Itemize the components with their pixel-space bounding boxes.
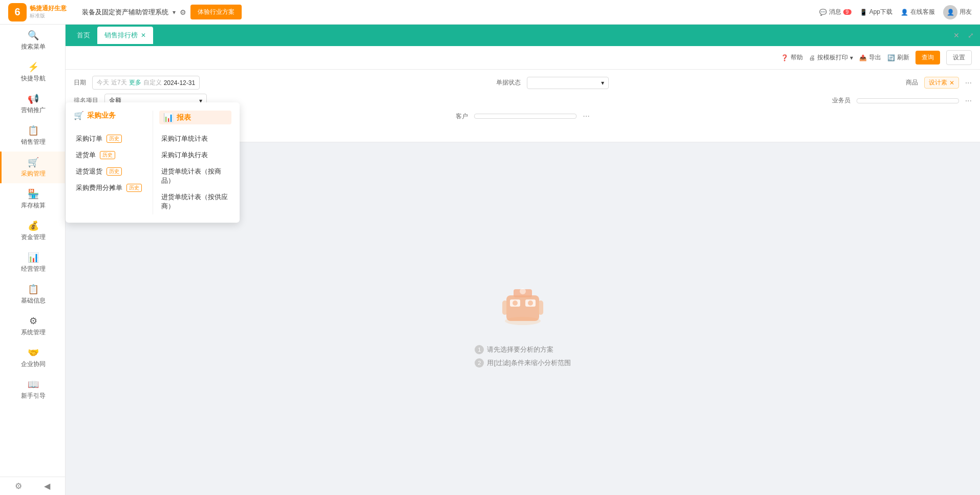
purchase-receipt-history-badge[interactable]: 历史 [100, 151, 115, 159]
toolbar: ❓ 帮助 🖨 按模板打印 ▾ 📤 导出 🔄 刷新 [66, 46, 980, 70]
sidebar-item-label: 基础信息 [21, 296, 46, 305]
purchase-order-exec-item[interactable]: 采购订单执行表 [159, 147, 232, 163]
salesperson-label: 业务员 [832, 96, 850, 105]
tab-close-icon[interactable]: ✕ [141, 32, 146, 39]
sales-icon: 📋 [28, 125, 39, 136]
sidebar-item-marketing[interactable]: 📢 营销推广 [0, 88, 65, 120]
salesperson-select[interactable] [857, 98, 959, 103]
receipt-stats-supplier-item[interactable]: 进货单统计表（按供应商） [159, 189, 232, 214]
message-button[interactable]: 💬 消息 9 [819, 8, 851, 16]
tab-home[interactable]: 首页 [70, 27, 97, 44]
svg-rect-8 [502, 300, 507, 315]
system-name: 装备及固定资产辅助管理系统 [82, 8, 168, 17]
settings-bottom-icon[interactable]: ⚙ [15, 481, 22, 491]
sidebar-item-label: 搜索菜单 [21, 42, 46, 51]
system-dropdown-icon[interactable]: ▾ [173, 9, 176, 16]
report-col: 📊 报表 采购订单统计表 采购订单执行表 进货单统计表（按商品） [159, 111, 232, 214]
sidebar-item-search[interactable]: 🔍 搜索菜单 [0, 25, 65, 56]
finance-icon: 💰 [28, 220, 39, 231]
purchase-expense-label: 采购费用分摊单 [76, 183, 122, 192]
goods-tag-close-icon[interactable]: ✕ [949, 79, 954, 87]
app-label: App下载 [869, 8, 892, 16]
user-button[interactable]: 👤 用友 [943, 5, 972, 19]
user-avatar: 👤 [943, 5, 957, 19]
sidebar-item-purchase[interactable]: 🛒 采购管理 [0, 152, 65, 183]
print-icon: 🖨 [809, 54, 815, 61]
enterprise-icon: 🤝 [28, 347, 39, 358]
single-status-select[interactable]: ▾ [527, 77, 609, 89]
tab-bar-end: ✕ ⤢ [951, 30, 976, 40]
help-button[interactable]: ❓ 帮助 [781, 53, 803, 62]
message-badge: 9 [843, 9, 851, 15]
print-button[interactable]: 🖨 按模板打印 ▾ [809, 53, 853, 62]
tab-sales-ranking-label: 销售排行榜 [104, 31, 138, 40]
purchase-expense-item[interactable]: 采购费用分摊单 历史 [74, 180, 146, 196]
export-button[interactable]: 📤 导出 [859, 53, 881, 62]
settings-button[interactable]: 设置 [946, 50, 972, 65]
purchase-return-item[interactable]: 进货退货 历史 [74, 163, 146, 180]
salesperson-more-icon[interactable]: ··· [965, 96, 972, 105]
sidebar-item-finance[interactable]: 💰 资金管理 [0, 215, 65, 247]
experience-button[interactable]: 体验行业方案 [190, 5, 242, 19]
collapse-sidebar-icon[interactable]: ◀ [44, 481, 50, 491]
help-icon: ❓ [781, 54, 789, 61]
purchase-expense-history-badge[interactable]: 历史 [126, 184, 142, 192]
empty-tips: 1 请先选择要分析的方案 2 用[过滤]条件来缩小分析范围 [475, 345, 570, 368]
sidebar-item-operation[interactable]: 📊 经营管理 [0, 247, 65, 278]
tip-1-text: 请先选择要分析的方案 [487, 345, 553, 354]
window-close-icon[interactable]: ✕ [951, 30, 962, 40]
system-gear-icon[interactable]: ⚙ [180, 8, 186, 16]
quick-nav-icon: ⚡ [28, 61, 39, 73]
date-range[interactable]: 今天 近7天 更多 自定义 2024-12-31 [92, 76, 200, 90]
svg-rect-9 [538, 300, 543, 315]
goods-more-icon[interactable]: ··· [965, 78, 972, 88]
print-dropdown-icon: ▾ [850, 54, 853, 61]
purchase-return-history-badge[interactable]: 历史 [106, 167, 122, 176]
service-label: 在线客服 [910, 8, 935, 16]
sidebar-item-label: 新手引导 [21, 392, 46, 400]
sidebar-item-label: 库存核算 [21, 201, 46, 210]
svg-point-5 [528, 300, 533, 306]
customer-more-icon[interactable]: ··· [583, 112, 589, 121]
goods-tag-label: 设计素 [929, 78, 947, 87]
query-button[interactable]: 查询 [915, 51, 940, 64]
sidebar-item-label: 资金管理 [21, 233, 46, 242]
refresh-button[interactable]: 🔄 刷新 [887, 53, 909, 62]
sidebar-item-quick[interactable]: ⚡ 快捷导航 [0, 56, 65, 88]
tip-2-text: 用[过滤]条件来缩小分析范围 [487, 358, 570, 368]
purchase-icon: 🛒 [28, 157, 39, 168]
tab-sales-ranking[interactable]: 销售排行榜 ✕ [97, 27, 153, 44]
purchase-order-item[interactable]: 采购订单 历史 [74, 131, 146, 147]
purchase-receipt-item[interactable]: 进货单 历史 [74, 147, 146, 163]
sidebar-item-guide[interactable]: 📖 新手引导 [0, 374, 65, 405]
online-service-button[interactable]: 👤 在线客服 [901, 8, 935, 16]
logo-area: 6 畅捷通好生意 标准版 [8, 3, 74, 21]
purchase-order-history-badge[interactable]: 历史 [106, 135, 122, 143]
content-area: 首页 销售排行榜 ✕ ✕ ⤢ ❓ 帮助 [66, 25, 980, 495]
purchase-dropdown-menu: 🛒 采购业务 采购订单 历史 进货单 历史 进货退货 [66, 102, 240, 223]
sidebar-item-sales[interactable]: 📋 销售管理 [0, 120, 65, 152]
single-status-label: 单据状态 [496, 78, 521, 87]
window-maximize-icon[interactable]: ⤢ [966, 30, 976, 40]
sidebar-item-system[interactable]: ⚙ 系统管理 [0, 310, 65, 342]
receipt-stats-goods-item[interactable]: 进货单统计表（按商品） [159, 163, 232, 189]
sidebar-item-basic[interactable]: 📋 基础信息 [0, 278, 65, 310]
main-area: 🔍 搜索菜单 ⚡ 快捷导航 📢 营销推广 📋 销售管理 🛒 采购管理 🏪 [0, 25, 980, 495]
top-bar-right: 💬 消息 9 📱 App下载 👤 在线客服 👤 用友 [819, 5, 972, 19]
purchase-order-stats-item[interactable]: 采购订单统计表 [159, 131, 232, 147]
sidebar-item-enterprise[interactable]: 🤝 企业协同 [0, 342, 65, 374]
empty-tip-1: 1 请先选择要分析的方案 [475, 345, 570, 354]
purchase-return-label: 进货退货 [76, 167, 102, 176]
sidebar-item-label: 采购管理 [21, 169, 46, 178]
app-download-button[interactable]: 📱 App下载 [860, 8, 892, 16]
report-col-icon: 📊 [163, 113, 174, 122]
sidebar-item-label: 经营管理 [21, 265, 46, 273]
svg-point-7 [520, 288, 526, 294]
system-info: 装备及固定资产辅助管理系统 ▾ ⚙ 体验行业方案 [82, 5, 819, 19]
customer-select[interactable] [474, 114, 577, 119]
sidebar-item-inventory[interactable]: 🏪 库存核算 [0, 183, 65, 215]
goods-tag[interactable]: 设计素 ✕ [924, 77, 959, 89]
customer-label: 客户 [456, 112, 468, 121]
tip-num-2: 2 [475, 358, 484, 368]
filter-row-1: 日期 今天 近7天 更多 自定义 2024-12-31 单据状态 ▾ [74, 76, 972, 90]
